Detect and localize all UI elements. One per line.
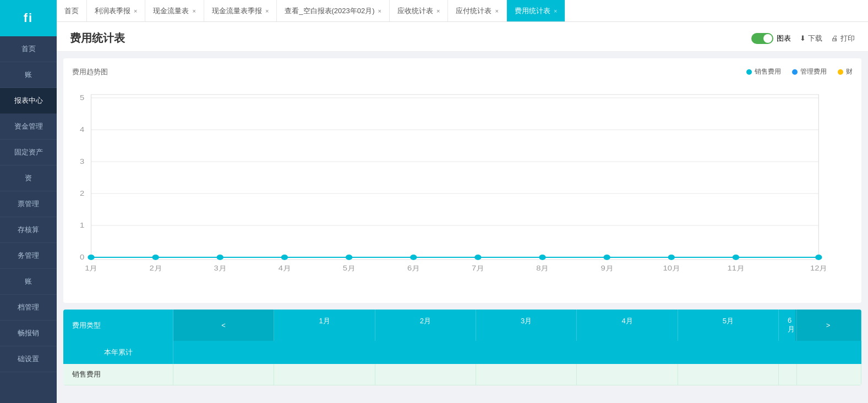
legend-sales-dot <box>746 69 752 75</box>
svg-text:2: 2 <box>80 190 84 197</box>
svg-text:6月: 6月 <box>407 264 420 272</box>
legend-sales-label: 销售费用 <box>755 67 781 76</box>
expense-table: 费用类型 < 1月 2月 3月 4月 5月 6月 > 本年累计 销售费用 <box>63 310 861 385</box>
svg-point-19 <box>474 255 481 260</box>
col-apr: 4月 <box>577 310 678 341</box>
sidebar-item-tickets[interactable]: 票管理 <box>0 191 57 217</box>
legend-admin-label: 管理费用 <box>800 67 827 76</box>
sidebar-item-archive[interactable]: 档管理 <box>0 295 57 321</box>
sidebar-item-service[interactable]: 务管理 <box>0 243 57 269</box>
chart-title: 费用趋势图 <box>72 67 108 77</box>
tab-cashflow[interactable]: 现金流量表 × <box>145 0 204 21</box>
col-ytd: 本年累计 <box>63 341 173 364</box>
chart-legend: 销售费用 管理费用 财 <box>746 67 853 76</box>
svg-text:5月: 5月 <box>343 264 356 272</box>
legend-admin-dot <box>792 69 798 75</box>
download-button[interactable]: ⬇ 下载 <box>800 34 822 43</box>
svg-text:1月: 1月 <box>85 264 97 272</box>
row-cell-empty8 <box>795 364 861 385</box>
trend-chart: 5 4 3 2 1 0 <box>72 84 853 292</box>
close-tab-cashflow-q[interactable]: × <box>265 8 269 14</box>
col-jan: 1月 <box>274 310 375 341</box>
row-cell-empty4 <box>476 364 577 385</box>
sidebar-item-accounts[interactable]: 账 <box>0 62 57 88</box>
sidebar-item-inventory[interactable]: 存核算 <box>0 217 57 243</box>
close-tab-profit[interactable]: × <box>134 8 137 14</box>
nav-next-button[interactable]: > <box>795 310 861 341</box>
sidebar-item-settings[interactable]: 础设置 <box>0 346 57 372</box>
tab-payable[interactable]: 应付统计表 × <box>448 0 506 21</box>
page-content: 费用统计表 图表 ⬇ 下载 🖨 打印 费用趋势图 <box>57 22 868 403</box>
legend-admin: 管理费用 <box>792 67 827 76</box>
print-icon: 🖨 <box>831 34 838 42</box>
svg-point-14 <box>152 255 159 260</box>
main-content: 首页 利润表季报 × 现金流量表 × 现金流量表季报 × 查看_空白报表(202… <box>57 0 868 403</box>
svg-text:12月: 12月 <box>810 264 827 272</box>
chart-toggle-label: 图表 <box>777 34 791 43</box>
svg-text:5: 5 <box>80 94 84 101</box>
svg-point-13 <box>88 255 94 260</box>
svg-point-16 <box>281 255 288 260</box>
svg-text:7月: 7月 <box>472 264 484 272</box>
col-may: 5月 <box>678 310 779 341</box>
sidebar-item-assets[interactable]: 固定资产 <box>0 140 57 165</box>
page-title: 费用统计表 <box>70 31 125 46</box>
tab-bar: 首页 利润表季报 × 现金流量表 × 现金流量表季报 × 查看_空白报表(202… <box>57 0 868 22</box>
tab-blank[interactable]: 查看_空白报表(2023年02月) × <box>277 0 390 21</box>
sidebar-logo: fi <box>0 0 57 36</box>
tab-profit[interactable]: 利润表季报 × <box>87 0 145 21</box>
sidebar-item-reports[interactable]: 报表中心 <box>0 88 57 114</box>
svg-text:4: 4 <box>80 126 85 133</box>
col-jun: 6月 <box>779 310 797 341</box>
close-tab-receivable[interactable]: × <box>436 8 440 14</box>
col-mar: 3月 <box>476 310 577 341</box>
svg-point-18 <box>410 255 417 260</box>
chart-toggle[interactable] <box>751 33 773 44</box>
legend-finance-dot <box>838 69 843 75</box>
svg-point-21 <box>603 255 610 260</box>
sidebar-item-fund[interactable]: 资金管理 <box>0 114 57 140</box>
chart-section: 费用趋势图 销售费用 管理费用 财 <box>63 58 861 303</box>
sidebar-item-expense[interactable]: 畅报销 <box>0 321 57 346</box>
close-tab-expense-stat[interactable]: × <box>554 8 557 14</box>
svg-rect-12 <box>91 95 819 260</box>
col-type: 费用类型 <box>63 310 173 341</box>
svg-text:2月: 2月 <box>149 264 162 272</box>
sidebar-item-home[interactable]: 首页 <box>0 36 57 62</box>
svg-text:11月: 11月 <box>728 264 745 272</box>
tab-home[interactable]: 首页 <box>57 0 87 21</box>
svg-point-23 <box>733 255 739 260</box>
svg-text:10月: 10月 <box>663 264 680 272</box>
download-icon: ⬇ <box>800 34 806 42</box>
row-cell-empty6 <box>678 364 779 385</box>
svg-text:9月: 9月 <box>600 264 613 272</box>
svg-point-20 <box>539 255 545 260</box>
tab-expense-stat[interactable]: 费用统计表 × <box>507 0 565 21</box>
tab-cashflow-q[interactable]: 现金流量表季报 × <box>204 0 277 21</box>
svg-point-17 <box>346 255 352 260</box>
sidebar-item-capital[interactable]: 资 <box>0 165 57 191</box>
tab-receivable[interactable]: 应收统计表 × <box>390 0 448 21</box>
sidebar-item-ledger[interactable]: 账 <box>0 269 57 295</box>
row-type: 销售费用 <box>63 364 173 385</box>
sidebar: fi 首页 账 报表中心 资金管理 固定资产 资 票管理 存核算 务管理 账 档… <box>0 0 57 403</box>
legend-finance-label: 财 <box>846 67 853 76</box>
header-actions: 图表 ⬇ 下载 🖨 打印 <box>751 33 855 44</box>
svg-point-15 <box>217 255 223 260</box>
row-cell-empty1 <box>173 364 274 385</box>
nav-prev-button[interactable]: < <box>173 310 274 341</box>
close-tab-payable[interactable]: × <box>495 8 498 14</box>
chart-toggle-group[interactable]: 图表 <box>751 33 791 44</box>
svg-text:0: 0 <box>80 253 84 261</box>
chart-wrapper: 5 4 3 2 1 0 <box>72 84 853 294</box>
print-button[interactable]: 🖨 打印 <box>831 34 855 43</box>
svg-text:4月: 4月 <box>279 264 291 272</box>
close-tab-blank[interactable]: × <box>378 8 381 14</box>
close-tab-cashflow[interactable]: × <box>192 8 195 14</box>
row-cell-empty2 <box>274 364 375 385</box>
svg-text:3月: 3月 <box>214 264 227 272</box>
table-header: 费用类型 < 1月 2月 3月 4月 5月 6月 > 本年累计 <box>63 310 861 364</box>
legend-finance: 财 <box>838 67 853 76</box>
svg-text:8月: 8月 <box>536 264 549 272</box>
row-cell-empty5 <box>577 364 678 385</box>
